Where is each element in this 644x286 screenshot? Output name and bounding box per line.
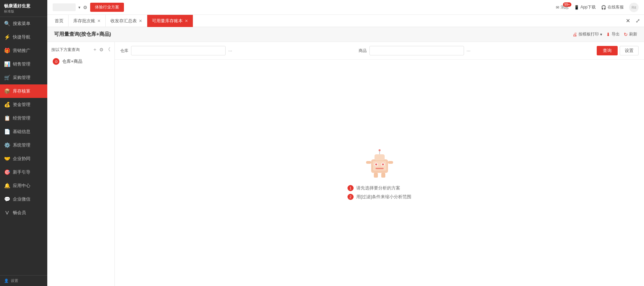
sidebar: 畅康通好生意 标准版 🔍搜索菜单⚡快捷导航🎁营销推广📊销售管理🛒采购管理📦库存核…	[0, 0, 47, 286]
sidebar-icon-2: 🎁	[4, 48, 10, 54]
print-btn[interactable]: 🖨 按模板打印 ▾	[572, 31, 602, 37]
hint-num-1: 1	[347, 185, 354, 191]
sidebar-label-4: 采购管理	[13, 75, 30, 81]
sidebar-item-快捷导航[interactable]: ⚡快捷导航	[0, 30, 47, 44]
sidebar-icon-5: 📦	[4, 88, 10, 94]
app-title: 畅康通好生意	[4, 3, 43, 9]
print-dropdown-icon[interactable]: ▾	[600, 32, 602, 37]
app-subtitle: 标准版	[4, 9, 43, 14]
empty-hints: 1 请先选择要分析的方案 2 用[过滤]条件来缩小分析范围	[347, 185, 411, 200]
mobile-icon: 📱	[574, 5, 579, 10]
content-area: 按以下方案查询 ＋ ⚙ 《 ⊙ 仓库+商品 仓库	[47, 42, 644, 286]
sidebar-item-企业微信[interactable]: 💬企业微信	[0, 192, 47, 206]
sidebar-label-8: 基础信息	[13, 129, 30, 135]
empty-hint-1: 1 请先选择要分析的方案	[347, 185, 411, 191]
empty-hint-2: 2 用[过滤]条件来缩小分析范围	[347, 194, 411, 200]
sidebar-item-系统管理[interactable]: ⚙️系统管理	[0, 138, 47, 152]
product-label: 商品	[359, 48, 367, 54]
collapse-filter-btn[interactable]: 《	[106, 47, 110, 53]
breadcrumb-dropdown[interactable]: ▾	[78, 5, 80, 10]
filter-actions: ＋ ⚙ 《	[93, 47, 110, 53]
sidebar-item-采购管理[interactable]: 🛒采购管理	[0, 71, 47, 84]
hint-num-2: 2	[347, 194, 354, 200]
online-service-btn[interactable]: 🎧 在线客服	[601, 4, 624, 10]
sidebar-label-10: 企业协同	[13, 156, 30, 162]
tab-label-3: 可用量库存账本	[152, 18, 183, 24]
tab-0[interactable]: 首页	[50, 15, 69, 27]
tab-close-3[interactable]: ✕	[185, 19, 188, 23]
sidebar-icon-1: ⚡	[4, 34, 10, 40]
product-input[interactable]	[369, 46, 464, 55]
topbar-right: ✉ 消息 99+ 📱 App下载 🎧 在线客服 Rit	[556, 3, 639, 12]
sidebar-item-库存核算[interactable]: 📦库存核算	[0, 84, 47, 98]
sidebar-icon-11: 🎯	[4, 169, 10, 175]
close-tab-btn[interactable]: ✕	[624, 17, 632, 25]
svg-rect-10	[388, 161, 393, 164]
page-header: 可用量查询(按仓库+商品) 🖨 按模板打印 ▾ ⬇ 导出 ↻ 刷新	[47, 27, 644, 42]
sidebar-item-资金管理[interactable]: 💰资金管理	[0, 98, 47, 111]
tab-1[interactable]: 库存批次账✕	[69, 15, 106, 27]
trial-btn[interactable]: 体验行业方案	[90, 3, 124, 12]
tab-3[interactable]: 可用量库存账本✕	[147, 15, 193, 27]
avatar[interactable]: Rit	[629, 3, 639, 12]
sidebar-item-基础信息[interactable]: 📄基础信息	[0, 125, 47, 138]
query-bar: 仓库 ··· 商品 ··· 查询 设置	[115, 42, 644, 60]
refresh-label: 刷新	[629, 31, 637, 37]
sidebar-icon-4: 🛒	[4, 75, 10, 81]
sidebar-icon-7: 📋	[4, 115, 10, 121]
message-btn[interactable]: ✉ 消息 99+	[556, 4, 569, 10]
svg-rect-11	[375, 154, 385, 160]
sidebar-label-0: 搜索菜单	[13, 21, 30, 27]
sidebar-item-企业协同[interactable]: 🤝企业协同	[0, 152, 47, 165]
warehouse-more-btn[interactable]: ···	[228, 48, 232, 53]
sidebar-icon-13: 💬	[4, 196, 10, 202]
filter-item-warehouse-product[interactable]: ⊙ 仓库+商品	[47, 55, 114, 68]
sidebar-icon-8: 📄	[4, 129, 10, 135]
gear-icon[interactable]: ⚙	[83, 5, 87, 10]
export-btn[interactable]: ⬇ 导出	[606, 31, 620, 37]
sidebar-logo: 畅康通好生意 标准版	[0, 0, 47, 17]
refresh-btn[interactable]: ↻ 刷新	[624, 31, 637, 37]
add-filter-btn[interactable]: ＋	[93, 47, 97, 53]
product-more-btn[interactable]: ···	[467, 48, 471, 53]
sidebar-bottom-text: 设置	[11, 278, 18, 283]
settings-filter-btn[interactable]: ⚙	[99, 47, 104, 52]
svg-point-13	[379, 149, 381, 151]
sidebar-label-14: 畅会员	[13, 210, 26, 216]
tab-label-0: 首页	[55, 18, 63, 24]
export-icon: ⬇	[606, 32, 610, 37]
sidebar-label-7: 经营管理	[13, 115, 30, 121]
sidebar-item-搜索菜单[interactable]: 🔍搜索菜单	[0, 17, 47, 30]
maximize-btn[interactable]: ⤢	[634, 17, 641, 25]
warehouse-label: 仓库	[120, 48, 128, 54]
export-label: 导出	[612, 31, 620, 37]
svg-point-4	[375, 163, 377, 165]
sidebar-item-畅会员[interactable]: V畅会员	[0, 206, 47, 219]
tab-close-2[interactable]: ✕	[139, 19, 142, 23]
sidebar-icon-14: V	[4, 210, 10, 215]
sidebar-item-新手引导[interactable]: 🎯新手引导	[0, 165, 47, 179]
sidebar-item-经营管理[interactable]: 📋经营管理	[0, 111, 47, 125]
sidebar-icon-12: 🔔	[4, 183, 10, 189]
sidebar-bottom: 👤 设置	[0, 275, 47, 286]
tab-close-1[interactable]: ✕	[97, 19, 101, 23]
breadcrumb	[53, 3, 76, 11]
empty-hint-2-text: 用[过滤]条件来缩小分析范围	[356, 194, 411, 200]
warehouse-input[interactable]	[131, 46, 226, 55]
sidebar-item-营销推广[interactable]: 🎁营销推广	[0, 44, 47, 57]
sidebar-label-3: 销售管理	[13, 61, 30, 67]
app-download-btn[interactable]: 📱 App下载	[574, 4, 596, 10]
tab-2[interactable]: 收发存汇总表✕	[106, 15, 147, 27]
sidebar-label-12: 应用中心	[13, 183, 30, 189]
sidebar-label-6: 资金管理	[13, 102, 30, 108]
svg-rect-8	[381, 173, 385, 178]
sidebar-item-销售管理[interactable]: 📊销售管理	[0, 57, 47, 71]
sidebar-nav: 🔍搜索菜单⚡快捷导航🎁营销推广📊销售管理🛒采购管理📦库存核算💰资金管理📋经营管理…	[0, 17, 47, 275]
column-settings-btn[interactable]: 设置	[620, 46, 639, 55]
tab-label-2: 收发存汇总表	[110, 18, 137, 24]
sidebar-label-13: 企业微信	[13, 196, 30, 202]
query-btn[interactable]: 查询	[597, 46, 618, 55]
message-icon: ✉	[556, 5, 559, 10]
filter-header: 按以下方案查询 ＋ ⚙ 《	[47, 45, 114, 55]
sidebar-item-应用中心[interactable]: 🔔应用中心	[0, 179, 47, 192]
